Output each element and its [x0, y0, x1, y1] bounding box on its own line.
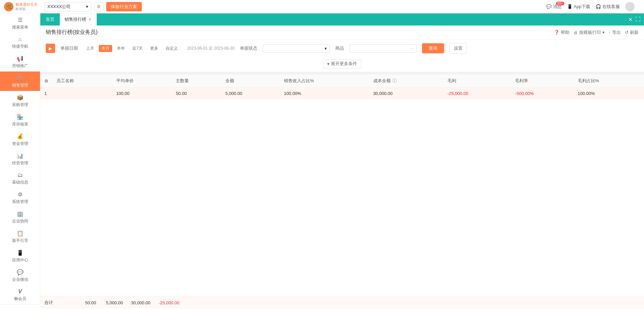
sidebar-label: 快捷导航	[12, 44, 28, 49]
sidebar-item-finance[interactable]: 💰 资金管理	[0, 130, 40, 149]
filter-collapse-button[interactable]: ▶	[46, 44, 55, 53]
footer-amount: 5,000.00	[100, 300, 127, 305]
message-icon: 💬	[546, 4, 552, 9]
expand-filters-button[interactable]: ▾ 展开更多条件	[323, 59, 361, 68]
refresh-button[interactable]: ↺ 刷新	[625, 30, 639, 36]
tab-close-icon[interactable]: ✕	[88, 17, 92, 22]
sales-icon: 🛒	[17, 75, 24, 81]
app-center-icon: 📱	[17, 250, 24, 256]
sidebar-label: 新手引导	[12, 238, 28, 244]
help-button[interactable]: ❓ 帮助	[554, 30, 569, 36]
cost-info-icon: ⓘ	[392, 78, 397, 83]
logo-text: 畅康通好生意 标准版	[15, 2, 38, 11]
cell-avg-price: 100.00	[112, 88, 172, 100]
logo-area: 🌿 畅康通好生意 标准版	[4, 2, 44, 11]
sidebar-item-wechat[interactable]: 💬 企业微信	[0, 266, 40, 285]
date-tab-custom[interactable]: 自定义	[163, 45, 180, 52]
date-tab-this-year[interactable]: 本年	[114, 45, 128, 52]
export-button[interactable]: ↑ 导出	[609, 30, 621, 36]
settings-button[interactable]: ⚙	[94, 2, 103, 11]
footer-cost: 30,000.00	[127, 300, 155, 305]
date-tab-7days[interactable]: 近7天	[130, 45, 145, 52]
filter-settings-button[interactable]: 设置	[449, 43, 467, 54]
message-button[interactable]: 💬 消息 99+	[546, 4, 562, 10]
export-icon: ↑	[609, 30, 611, 35]
top-right: 💬 消息 99+ 📱 App下载 🎧 在线客服	[546, 2, 640, 11]
purchase-icon: 📦	[17, 94, 24, 101]
sidebar-item-search-orders[interactable]: ☰ 搜索菜单	[0, 13, 40, 33]
col-amount: 全额	[221, 74, 280, 88]
sidebar-item-member[interactable]: V 畅会员	[0, 285, 40, 304]
table-footer: 合计 50.00 5,000.00 30,000.00 -25,000.00	[40, 296, 644, 309]
company-selector[interactable]: XXXXX公司 ▾	[44, 2, 91, 11]
sidebar-label: 经营管理	[12, 160, 28, 166]
page-actions: ❓ 帮助 🖨 按模板打印 ▾ ↑ 导出 ↺ 刷新	[554, 30, 639, 36]
sidebar-item-quick-nav[interactable]: ⌂ 快捷导航	[0, 33, 40, 52]
sidebar-item-guide[interactable]: 📋 新手引导	[0, 227, 40, 246]
sidebar-item-operations[interactable]: 📊 经营管理	[0, 149, 40, 169]
logo-icon: 🌿	[4, 2, 13, 11]
app-download-button[interactable]: 📱 App下载	[567, 4, 590, 10]
table-header-row: ⚙ 员工名称 平均单价 主数量 全额 销售收入占比% 成本全额 ⓘ 毛利 毛利率	[40, 74, 644, 88]
sidebar-item-app-center[interactable]: 📱 应用中心	[0, 246, 40, 266]
status-label: 单据状态	[240, 45, 257, 51]
status-select[interactable]: ▾	[263, 44, 330, 53]
tab-sales-rank[interactable]: 销售排行榜 ✕	[60, 13, 97, 25]
tab-bar: 首页 销售排行榜 ✕ ✕ ⛶	[40, 13, 644, 25]
system-icon: ⚙	[18, 191, 23, 198]
product-label: 商品	[335, 45, 344, 51]
sidebar-item-basic-info[interactable]: 🗂 基础信息	[0, 169, 40, 188]
trial-button[interactable]: 体验行业方案	[106, 2, 142, 11]
sidebar-label: 基础信息	[12, 179, 28, 185]
sidebar-item-sales[interactable]: 🛒 销售管理	[0, 71, 40, 91]
sidebar-label: 销售管理	[12, 83, 28, 88]
table-area: ⚙ 员工名称 平均单价 主数量 全额 销售收入占比% 成本全额 ⓘ 毛利 毛利率	[40, 74, 644, 309]
col-employee: 员工名称	[52, 74, 112, 88]
finance-icon: 💰	[17, 133, 24, 140]
chevron-down-icon: ▾	[86, 4, 88, 9]
query-button[interactable]: 查询	[422, 43, 444, 53]
member-icon: V	[18, 289, 22, 295]
page-title: 销售排行榜(按业务员)	[46, 29, 98, 36]
sidebar-label: 畅会员	[14, 296, 26, 302]
sidebar-item-marketing[interactable]: 📢 营销推广	[0, 52, 40, 71]
col-settings[interactable]: ⚙	[40, 74, 52, 88]
sidebar-item-system[interactable]: ⚙ 系统管理	[0, 188, 40, 207]
date-tab-last-month[interactable]: 上月	[83, 45, 97, 52]
tab-bar-right: ✕ ⛶	[625, 16, 644, 23]
sidebar-item-enterprise[interactable]: 🏢 企业协同	[0, 207, 40, 227]
sidebar-item-inventory[interactable]: 🏪 库存核算	[0, 110, 40, 130]
avatar[interactable]	[625, 2, 635, 11]
print-button[interactable]: 🖨 按模板打印 ▾	[573, 30, 605, 36]
footer-gross: -25,000.00	[155, 300, 183, 305]
headset-icon: 🎧	[596, 4, 601, 9]
product-input[interactable]: ···	[349, 44, 417, 53]
sidebar-label: 搜索菜单	[12, 24, 28, 30]
sidebar-item-purchase[interactable]: 📦 采购管理	[0, 91, 40, 110]
inventory-icon: 🏪	[17, 114, 24, 120]
tab-close-all-icon[interactable]: ✕	[628, 16, 633, 23]
main-layout: ☰ 搜索菜单 ⌂ 快捷导航 📢 营销推广 🛒 销售管理 📦 采购管理 🏪 库存核…	[0, 13, 644, 309]
page-header: 销售排行榜(按业务员) ❓ 帮助 🖨 按模板打印 ▾ ↑ 导出	[40, 25, 644, 39]
wechat-icon: 💬	[17, 269, 24, 275]
cell-employee	[52, 88, 112, 100]
basic-info-icon: 🗂	[17, 172, 23, 178]
online-service-button[interactable]: 🎧 在线客服	[596, 4, 620, 10]
page-content: 销售排行榜(按业务员) ❓ 帮助 🖨 按模板打印 ▾ ↑ 导出	[40, 25, 644, 309]
date-tab-this-month-active[interactable]: 本月	[99, 45, 112, 52]
date-tab-more[interactable]: 更多	[147, 45, 161, 52]
top-bar: 🌿 畅康通好生意 标准版 XXXXX公司 ▾ ⚙ 体验行业方案 💬 消息 99+…	[0, 0, 644, 13]
refresh-icon: ↺	[625, 30, 629, 35]
cell-gross-rate: -500.00%	[511, 88, 573, 100]
tab-restore-icon[interactable]: ⛶	[635, 16, 641, 22]
cell-rank: 1	[40, 88, 52, 100]
filter-area: ▶ 单据日期 上月 本月 本月 本年 近7天 更多 自定义 2023-06-01…	[40, 39, 644, 72]
marketing-icon: 📢	[17, 55, 24, 62]
tab-home[interactable]: 首页	[40, 13, 60, 25]
col-cost: 成本全额 ⓘ	[369, 74, 443, 88]
help-icon: ❓	[554, 30, 559, 35]
sidebar-label: 资金管理	[12, 141, 28, 147]
footer-total-label: 合计	[44, 300, 53, 306]
tab-label: 销售排行榜	[65, 16, 86, 22]
sidebar: ☰ 搜索菜单 ⌂ 快捷导航 📢 营销推广 🛒 销售管理 📦 采购管理 🏪 库存核…	[0, 13, 40, 309]
